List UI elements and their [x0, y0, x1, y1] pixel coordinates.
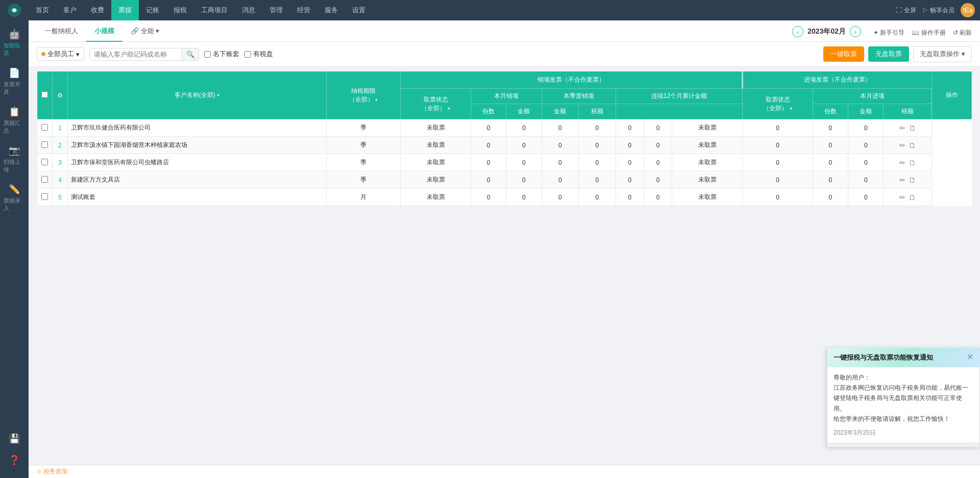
row-checkbox[interactable] — [41, 159, 48, 165]
sidebar-item-scan-upload[interactable]: 📷 扫描上传 — [2, 141, 27, 178]
nav-accounting[interactable]: 记账 — [139, 0, 166, 20]
sale-quarter-amount-link[interactable]: 0 — [595, 177, 599, 184]
sale-quarter-amount-link[interactable]: 0 — [595, 124, 599, 132]
notification-close-btn[interactable]: ✕ — [967, 353, 973, 361]
row-checkbox[interactable] — [41, 141, 48, 148]
nav-invoice[interactable]: 票据 — [111, 0, 139, 20]
guide-btn[interactable]: ✦ 新手引导 — [873, 29, 904, 37]
detail-icon[interactable]: 🗋 — [909, 193, 916, 202]
row-purchase-month-amount: 0 — [813, 154, 848, 171]
no-disk-ticket-btn[interactable]: 无盘取票 — [868, 46, 909, 62]
row-purchase-month-count: 0 — [743, 137, 813, 154]
notification-popup: 一键报税与无盘取票功能恢复通知 ✕ 尊敬的用户： 江苏政务网已恢复访问电子税务局… — [827, 347, 980, 447]
row-checkbox-cell — [37, 189, 53, 206]
edit-icon[interactable]: ✏ — [899, 193, 905, 202]
sale-quarter-amount-link[interactable]: 0 — [595, 159, 599, 166]
sidebar-item-smart-ticket[interactable]: 🤖 智能取票 — [2, 24, 27, 61]
one-key-ticket-btn[interactable]: 一键取票 — [823, 46, 864, 62]
sale-12month-link[interactable]: 0 — [656, 194, 660, 201]
nav-settings[interactable]: 设置 — [345, 0, 373, 20]
nav-right-actions: ✦ 新手引导 📖 操作手册 ↺ 刷新 — [873, 29, 972, 41]
manual-btn[interactable]: 📖 操作手册 — [912, 29, 945, 37]
sidebar-item-invoice-entry[interactable]: ✏️ 票据录入 — [2, 180, 27, 216]
nav-manage[interactable]: 管理 — [262, 0, 290, 20]
avatar[interactable]: tEa — [961, 3, 975, 17]
th-purchase-month-tax: 税额 — [884, 104, 932, 119]
nav-home[interactable]: 首页 — [29, 0, 56, 20]
scan-upload-icon: 📷 — [9, 145, 20, 156]
fullscreen-btn[interactable]: ⛶ 全屏 — [896, 6, 916, 15]
employee-filter[interactable]: 全部员工 ▾ — [37, 47, 84, 61]
row-purchase-month-amount: 0 — [813, 189, 848, 206]
nav-right: ⛶ 全屏 ▷ 畅享会员 tEa — [896, 3, 975, 17]
row-purchase-month-count: 0 — [743, 154, 813, 171]
edit-icon[interactable]: ✏ — [899, 124, 905, 132]
detail-icon[interactable]: 🗋 — [909, 141, 916, 149]
period-prev-btn[interactable]: ‹ — [792, 26, 803, 37]
sale-12month-link[interactable]: 0 — [656, 177, 660, 184]
sidebar-item-help[interactable]: ❓ — [2, 450, 27, 470]
th-purchase-month-count: 份数 — [813, 104, 848, 119]
row-sale-month-tax: 0 — [542, 119, 579, 137]
tab-all-capable[interactable]: 🔗 全能 ▾ — [122, 21, 167, 42]
row-sale-month-count: 0 — [471, 171, 506, 189]
search-button[interactable]: 🔍 — [182, 48, 199, 60]
search-input[interactable] — [90, 48, 182, 60]
row-checkbox-cell — [37, 154, 53, 171]
notification-scrollbar[interactable] — [827, 443, 979, 447]
tab-general-taxpayer[interactable]: 一般纳税人 — [37, 21, 86, 42]
nav-business[interactable]: 工商项目 — [194, 0, 235, 20]
detail-icon[interactable]: 🗋 — [909, 124, 916, 132]
row-sale-month-amount: 0 — [506, 171, 542, 189]
named-account-filter[interactable]: 名下账套 — [204, 49, 239, 59]
table-row: 5 测试账套 月 未取票 0 0 0 0 0 0 未取票 0 0 0 ✏ 🗋 — [37, 189, 972, 206]
tab-small-scale[interactable]: 小规模 — [86, 21, 122, 42]
row-purchase-month-amount: 0 — [813, 137, 848, 154]
no-disk-ops-btn[interactable]: 无盘取票操作 ▾ — [913, 46, 972, 62]
sidebar-item-invoice-open[interactable]: 📄 发票开具 — [2, 63, 27, 100]
row-checkbox[interactable] — [41, 124, 48, 131]
edit-icon[interactable]: ✏ — [899, 159, 905, 167]
sidebar-item-download[interactable]: 💾 — [2, 429, 27, 448]
period-next-btn[interactable]: › — [850, 26, 861, 37]
row-checkbox[interactable] — [41, 176, 48, 183]
row-purchase-status: 未取票 — [672, 189, 743, 206]
sale-12month-link[interactable]: 0 — [656, 142, 660, 149]
table-row: 4 新建区方方文具店 季 未取票 0 0 0 0 0 0 未取票 0 0 0 ✏… — [37, 171, 972, 189]
chevron-down-icon: ▾ — [76, 51, 80, 58]
invoice-entry-icon: ✏️ — [9, 184, 20, 195]
tax-disk-filter[interactable]: 有税盘 — [244, 49, 273, 59]
edit-icon[interactable]: ✏ — [899, 176, 905, 184]
nav-customer[interactable]: 客户 — [56, 0, 84, 20]
refresh-btn[interactable]: ↺ 刷新 — [953, 29, 972, 37]
row-checkbox[interactable] — [41, 193, 48, 200]
nav-billing[interactable]: 收费 — [84, 0, 111, 20]
sale-quarter-amount-link[interactable]: 0 — [595, 194, 599, 201]
row-sale-month-tax: 0 — [542, 137, 579, 154]
nav-tax[interactable]: 报税 — [166, 0, 194, 20]
sidebar-item-invoice-summary[interactable]: 📋 票据汇总 — [2, 102, 27, 139]
nav-operation[interactable]: 经营 — [290, 0, 317, 20]
tax-disk-checkbox[interactable] — [244, 51, 251, 58]
th-sale-quarter-tax: 税额 — [579, 104, 616, 119]
sale-12month-link[interactable]: 0 — [656, 124, 660, 132]
tax-policy-link[interactable]: ⊙ 税务政策 — [37, 467, 68, 476]
nav-service[interactable]: 服务 — [317, 0, 345, 20]
sale-12month-link[interactable]: 0 — [656, 159, 660, 166]
row-sale-12month: 0 — [644, 189, 672, 206]
edit-icon[interactable]: ✏ — [899, 141, 905, 149]
select-all-checkbox[interactable] — [41, 91, 48, 98]
table-row: 1 卫辉市玖玖健合医药有限公司 季 未取票 0 0 0 0 0 0 未取票 0 … — [37, 119, 972, 137]
sale-status-filter-icon: ▾ — [448, 106, 450, 111]
named-account-checkbox[interactable] — [204, 51, 211, 58]
th-gear[interactable]: ⚙ — [53, 71, 68, 119]
row-period: 季 — [326, 137, 401, 154]
row-sale-quarter-tax: 0 — [616, 189, 644, 206]
detail-icon[interactable]: 🗋 — [909, 159, 916, 167]
nav-message[interactable]: 消息 — [235, 0, 262, 20]
member-btn[interactable]: ▷ 畅享会员 — [922, 6, 954, 15]
row-period: 季 — [326, 154, 401, 171]
detail-icon[interactable]: 🗋 — [909, 176, 916, 184]
sale-quarter-amount-link[interactable]: 0 — [595, 142, 599, 149]
chevron-down-icon: ▾ — [156, 27, 159, 35]
